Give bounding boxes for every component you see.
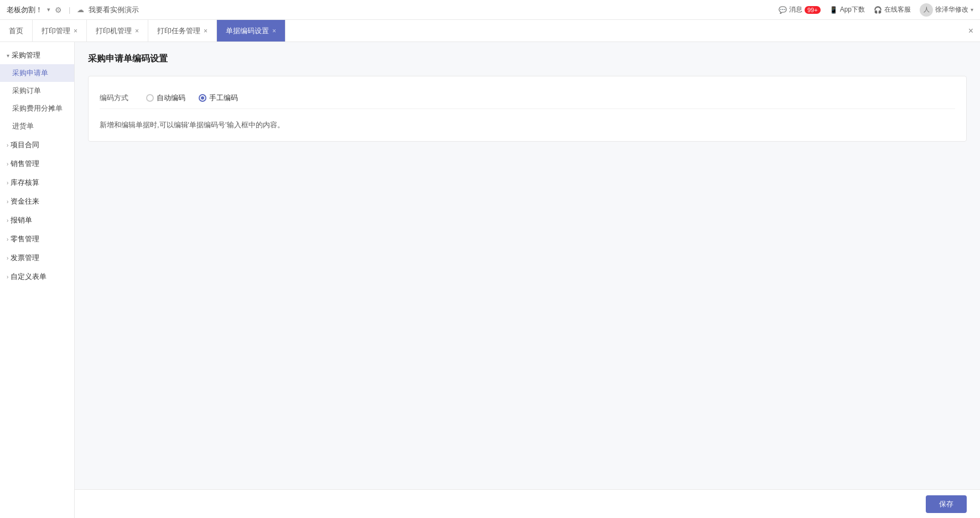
radio-auto-circle [146, 94, 154, 102]
encoding-row: 编码方式 自动编码 手工编码 [100, 87, 955, 109]
chevron-right-icon: › [7, 236, 8, 242]
sidebar-group-custom-form-title[interactable]: › 自定义表单 [0, 268, 74, 286]
sidebar-group-inventory-label: 库存核算 [11, 178, 39, 188]
chevron-right-icon: › [7, 142, 8, 148]
message-button[interactable]: 💬 消息 99+ [779, 5, 821, 14]
top-bar-right: 💬 消息 99+ 📱 App下数 🎧 在线客服 人 徐泽华修改 ▾ [779, 3, 973, 17]
sidebar-group-project-title[interactable]: › 项目合同 [0, 136, 74, 154]
encoding-label: 编码方式 [100, 93, 133, 103]
content-area: 采购申请单编码设置 编码方式 自动编码 手工编码 新增和编辑单据时,可以编辑'单… [75, 42, 980, 518]
message-label: 消息 [789, 5, 802, 14]
tab-printer-mgmt[interactable]: 打印机管理 × [87, 20, 148, 42]
chevron-right-icon: › [7, 274, 8, 280]
chevron-right-icon: › [7, 180, 8, 186]
sidebar-group-invoice: › 发票管理 [0, 249, 74, 267]
sidebar-group-purchase: ▾ 采购管理 采购申请单 采购订单 采购费用分摊单 进货单 [0, 46, 74, 135]
page-title: 采购申请单编码设置 [88, 53, 967, 65]
sidebar-item-stock-in[interactable]: 进货单 [0, 117, 74, 135]
sidebar-group-retail: › 零售管理 [0, 230, 74, 248]
tab-print-task[interactable]: 打印任务管理 × [148, 20, 217, 42]
sidebar-group-retail-label: 零售管理 [11, 234, 39, 244]
close-all-button[interactable]: × [962, 20, 980, 42]
chevron-right-icon: › [7, 199, 8, 205]
tab-print-task-close[interactable]: × [204, 27, 208, 35]
content-body: 采购申请单编码设置 编码方式 自动编码 手工编码 新增和编辑单据时,可以编辑'单… [75, 42, 980, 489]
sidebar-group-capital-title[interactable]: › 资金往来 [0, 193, 74, 210]
encoding-card: 编码方式 自动编码 手工编码 新增和编辑单据时,可以编辑'单据编码号'输入框中的… [88, 76, 967, 142]
chevron-right-icon: › [7, 161, 8, 167]
tab-printer-mgmt-label: 打印机管理 [96, 26, 132, 36]
tab-single-encode-close[interactable]: × [272, 27, 276, 35]
sidebar-item-purchase-request[interactable]: 采购申请单 [0, 64, 74, 82]
sidebar-group-capital: › 资金往来 [0, 193, 74, 210]
chevron-down-icon: ▾ [7, 53, 9, 59]
message-icon: 💬 [779, 6, 787, 14]
cloud-icon: ☁ [77, 6, 84, 14]
radio-auto-label: 自动编码 [157, 93, 185, 103]
save-button[interactable]: 保存 [926, 495, 967, 513]
tab-single-encode-label: 单据编码设置 [226, 26, 269, 36]
radio-manual-circle [199, 94, 206, 102]
sidebar-group-custom-form: › 自定义表单 [0, 268, 74, 286]
user-chevron-icon: ▾ [971, 7, 973, 13]
sidebar-group-retail-title[interactable]: › 零售管理 [0, 230, 74, 248]
chevron-down-icon[interactable]: ▾ [47, 6, 50, 13]
bottom-bar: 保存 [75, 489, 980, 518]
sidebar-group-returns: › 报销单 [0, 211, 74, 229]
user-name: 徐泽华修改 [935, 5, 968, 14]
tab-printer-mgmt-close[interactable]: × [135, 27, 139, 35]
sidebar-group-returns-title[interactable]: › 报销单 [0, 211, 74, 229]
app-download-label: App下数 [840, 5, 865, 14]
top-bar-left: 老板勿割！ ▾ ⚙ | ☁ 我要看实例演示 [7, 5, 139, 15]
sidebar-group-project-label: 项目合同 [11, 140, 39, 150]
sidebar-item-purchase-order[interactable]: 采购订单 [0, 82, 74, 100]
sidebar-group-inventory-title[interactable]: › 库存核算 [0, 174, 74, 191]
sidebar-group-invoice-title[interactable]: › 发票管理 [0, 249, 74, 267]
tab-print-mgmt-label: 打印管理 [42, 26, 70, 36]
message-badge: 99+ [805, 6, 821, 14]
sidebar-group-sales-label: 销售管理 [11, 159, 39, 169]
customer-service-button[interactable]: 🎧 在线客服 [874, 5, 911, 14]
radio-manual-label: 手工编码 [209, 93, 238, 103]
chevron-right-icon: › [7, 217, 8, 224]
tab-bar: 首页 打印管理 × 打印机管理 × 打印任务管理 × 单据编码设置 × × [0, 20, 980, 42]
hint-text: 新增和编辑单据时,可以编辑'单据编码号'输入框中的内容。 [100, 120, 955, 130]
main-layout: ▾ 采购管理 采购申请单 采购订单 采购费用分摊单 进货单 › 项目合同 [0, 42, 980, 518]
sidebar: ▾ 采购管理 采购申请单 采购订单 采购费用分摊单 进货单 › 项目合同 [0, 42, 75, 518]
radio-manual-encoding[interactable]: 手工编码 [199, 93, 238, 103]
sidebar-group-sales-title[interactable]: › 销售管理 [0, 155, 74, 173]
headset-icon: 🎧 [874, 6, 882, 14]
demo-link[interactable]: 我要看实例演示 [89, 5, 139, 15]
tab-home-label: 首页 [9, 26, 23, 36]
sidebar-group-custom-form-label: 自定义表单 [11, 272, 46, 282]
sidebar-group-capital-label: 资金往来 [11, 196, 39, 206]
mobile-icon: 📱 [829, 6, 838, 14]
tab-print-task-label: 打印任务管理 [157, 26, 200, 36]
sidebar-group-project: › 项目合同 [0, 136, 74, 154]
tab-print-mgmt-close[interactable]: × [74, 27, 77, 35]
app-download-button[interactable]: 📱 App下数 [829, 5, 865, 14]
avatar: 人 [920, 3, 933, 17]
sidebar-group-returns-label: 报销单 [11, 215, 32, 225]
chevron-right-icon: › [7, 255, 8, 261]
sidebar-group-sales: › 销售管理 [0, 155, 74, 173]
top-bar: 老板勿割！ ▾ ⚙ | ☁ 我要看实例演示 💬 消息 99+ 📱 App下数 🎧… [0, 0, 980, 20]
customer-service-label: 在线客服 [884, 5, 911, 14]
user-menu[interactable]: 人 徐泽华修改 ▾ [920, 3, 973, 17]
tab-print-mgmt[interactable]: 打印管理 × [33, 20, 87, 42]
tab-single-encode[interactable]: 单据编码设置 × [217, 20, 286, 42]
sidebar-group-inventory: › 库存核算 [0, 174, 74, 191]
sidebar-group-invoice-label: 发票管理 [11, 253, 39, 263]
tab-home[interactable]: 首页 [0, 20, 33, 42]
brand-label: 老板勿割！ [7, 5, 43, 15]
sidebar-group-purchase-label: 采购管理 [12, 50, 40, 60]
sidebar-item-purchase-expense[interactable]: 采购费用分摊单 [0, 100, 74, 117]
gear-icon[interactable]: ⚙ [55, 6, 62, 14]
radio-auto-encoding[interactable]: 自动编码 [146, 93, 185, 103]
sidebar-group-purchase-title[interactable]: ▾ 采购管理 [0, 46, 74, 64]
